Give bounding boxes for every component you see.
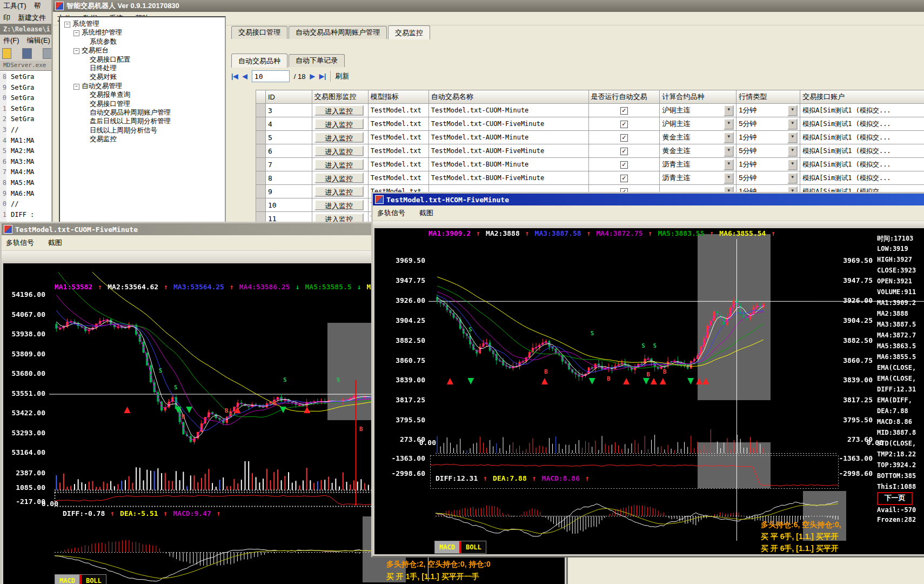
column-header-0[interactable]: ID xyxy=(265,90,312,104)
chart1-menu-signal[interactable]: 多轨信号 xyxy=(6,238,34,247)
page-number-input[interactable] xyxy=(252,70,290,82)
print-button[interactable]: 印 xyxy=(3,14,10,22)
editor-menu-file[interactable]: 件(F) xyxy=(3,36,19,44)
editor-menu-help[interactable]: 帮 xyxy=(34,2,41,10)
copy-icon[interactable] xyxy=(43,48,52,59)
cell-period-dropdown[interactable]: 5分钟▼ xyxy=(739,118,798,130)
sidebar-item-4[interactable]: 交易接口配置 xyxy=(62,55,225,64)
run-checkbox[interactable]: ✓ xyxy=(620,161,628,169)
last-page-button[interactable]: ▶| xyxy=(319,72,326,80)
row-selector[interactable] xyxy=(256,131,266,144)
prev-page-button[interactable]: ◀ xyxy=(243,72,247,80)
column-header-3[interactable]: 自动交易名称 xyxy=(428,90,588,104)
tab-2[interactable]: 交易监控 xyxy=(388,25,430,39)
chevron-down-icon[interactable]: ▼ xyxy=(724,172,734,184)
sidebar-item-3[interactable]: −交易柜台 xyxy=(62,46,225,55)
enter-monitor-button[interactable]: 进入监控 xyxy=(314,132,364,143)
run-checkbox[interactable]: ✓ xyxy=(620,107,628,115)
chevron-down-icon[interactable]: ▼ xyxy=(787,145,798,157)
sidebar-item-10[interactable]: 自动交易品种周期账户管理 xyxy=(62,108,225,117)
chevron-down-icon[interactable]: ▼ xyxy=(724,132,734,143)
refresh-button[interactable]: 刷新 xyxy=(335,71,349,81)
cell-instrument-dropdown[interactable]: 黄金主连▼ xyxy=(662,145,734,157)
sidebar-item-9[interactable]: 交易接口管理 xyxy=(62,99,225,108)
sidebar-item-7[interactable]: −自动交易管理 xyxy=(62,82,225,90)
new-file-button[interactable]: 新建文件 xyxy=(18,14,46,22)
boll-button[interactable]: BOLL xyxy=(82,575,106,584)
enter-monitor-button[interactable]: 进入监控 xyxy=(314,186,364,197)
column-header-2[interactable]: 模型指标 xyxy=(368,90,428,104)
tree-expand-icon[interactable]: − xyxy=(73,48,79,54)
cell-period-dropdown[interactable]: 1分钟▼ xyxy=(739,105,798,116)
column-header-5[interactable]: 计算合约品种 xyxy=(660,90,736,104)
run-checkbox[interactable]: ✓ xyxy=(620,134,628,142)
sidebar-item-0[interactable]: −系统管理 xyxy=(62,19,225,28)
chevron-down-icon[interactable]: ▼ xyxy=(724,145,734,157)
main-titlebar[interactable]: 智能交易机器人 Ver 0.9.1.20170830 xyxy=(53,0,924,12)
enter-monitor-button[interactable]: 进入监控 xyxy=(314,145,364,156)
row-selector[interactable] xyxy=(256,171,266,185)
tab-0[interactable]: 交易接口管理 xyxy=(231,26,287,39)
next-page-button[interactable]: 下一页 xyxy=(877,492,913,505)
chevron-down-icon[interactable]: ▼ xyxy=(787,105,798,116)
row-selector[interactable] xyxy=(256,158,266,171)
editor-menu-edit[interactable]: 编辑(E) xyxy=(27,36,50,44)
sidebar-item-12[interactable]: 日线以上周期分析信号 xyxy=(62,126,225,135)
chart1-menu-screenshot[interactable]: 截图 xyxy=(48,238,62,247)
cell-period-dropdown[interactable]: 1分钟▼ xyxy=(739,132,798,143)
cell-instrument-dropdown[interactable]: 沥青主连▼ xyxy=(662,172,734,184)
editor-menu-tools[interactable]: 工具(T) xyxy=(3,2,26,10)
first-page-button[interactable]: |◀ xyxy=(231,72,238,80)
open-file-icon[interactable] xyxy=(2,48,11,59)
cell-period-dropdown[interactable]: 5分钟▼ xyxy=(739,145,798,157)
sidebar-item-1[interactable]: −系统维护管理 xyxy=(62,28,225,37)
cell-instrument-dropdown[interactable]: 沥青主连▼ xyxy=(662,159,734,170)
cell-period-dropdown[interactable]: 1分钟▼ xyxy=(739,159,798,170)
chevron-down-icon[interactable]: ▼ xyxy=(724,159,734,170)
column-header-6[interactable]: 行情类型 xyxy=(736,90,800,104)
row-selector[interactable] xyxy=(256,117,266,131)
enter-monitor-button[interactable]: 进入监控 xyxy=(314,172,364,183)
enter-monitor-button[interactable]: 进入监控 xyxy=(314,118,364,129)
chart2-titlebar[interactable]: TestModel.txt-HCOM-FiveMinute xyxy=(373,194,924,205)
macd-button[interactable]: MACD xyxy=(435,541,459,553)
cell-instrument-dropdown[interactable]: 沪铜主连▼ xyxy=(662,118,734,130)
chevron-down-icon[interactable]: ▼ xyxy=(787,132,798,143)
macd-button[interactable]: MACD xyxy=(55,575,79,584)
subtab-1[interactable]: 自动下单记录 xyxy=(289,54,345,67)
column-header-1[interactable]: 交易图形监控 xyxy=(312,90,368,104)
tree-expand-icon[interactable]: − xyxy=(73,84,79,90)
run-checkbox[interactable]: ✓ xyxy=(620,148,628,155)
boll-button[interactable]: BOLL xyxy=(461,541,486,553)
sidebar-item-2[interactable]: 系统参数 xyxy=(62,37,225,46)
run-checkbox[interactable]: ✓ xyxy=(620,175,628,182)
row-selector[interactable] xyxy=(256,144,266,158)
chevron-down-icon[interactable]: ▼ xyxy=(787,118,798,130)
sidebar-item-6[interactable]: 交易对账 xyxy=(62,72,225,81)
sidebar-item-5[interactable]: 日终处理 xyxy=(62,64,225,72)
cell-instrument-dropdown[interactable]: 沪铜主连▼ xyxy=(662,105,734,116)
chevron-down-icon[interactable]: ▼ xyxy=(724,118,734,130)
sidebar-item-13[interactable]: 交易监控 xyxy=(62,135,225,143)
next-page-button[interactable]: ▶ xyxy=(310,72,315,80)
row-selector[interactable] xyxy=(256,185,266,198)
save-icon[interactable] xyxy=(22,48,31,59)
cell-instrument-dropdown[interactable]: 黄金主连▼ xyxy=(662,132,734,143)
sidebar-item-11[interactable]: 盘后日线以上周期分析管理 xyxy=(62,117,225,125)
chart2-menu-signal[interactable]: 多轨信号 xyxy=(377,209,405,217)
chevron-down-icon[interactable]: ▼ xyxy=(724,105,734,116)
subtab-0[interactable]: 自动交易品种 xyxy=(231,54,287,68)
editor-doc-tab[interactable]: MDServer.exe xyxy=(0,61,59,70)
sidebar-item-8[interactable]: 交易报单查询 xyxy=(62,90,225,99)
row-selector[interactable] xyxy=(256,104,266,117)
chevron-down-icon[interactable]: ▼ xyxy=(787,159,798,170)
chevron-down-icon[interactable]: ▼ xyxy=(787,172,798,184)
enter-monitor-button[interactable]: 进入监控 xyxy=(314,159,364,170)
cell-period-dropdown[interactable]: 5分钟▼ xyxy=(739,172,798,184)
tab-1[interactable]: 自动交易品种周期账户管理 xyxy=(289,26,387,39)
row-selector[interactable] xyxy=(256,198,266,212)
enter-monitor-button[interactable]: 进入监控 xyxy=(314,200,364,210)
column-header-7[interactable]: 交易接口账户 xyxy=(800,90,924,104)
run-checkbox[interactable]: ✓ xyxy=(620,121,628,128)
enter-monitor-button[interactable]: 进入监控 xyxy=(314,105,364,116)
